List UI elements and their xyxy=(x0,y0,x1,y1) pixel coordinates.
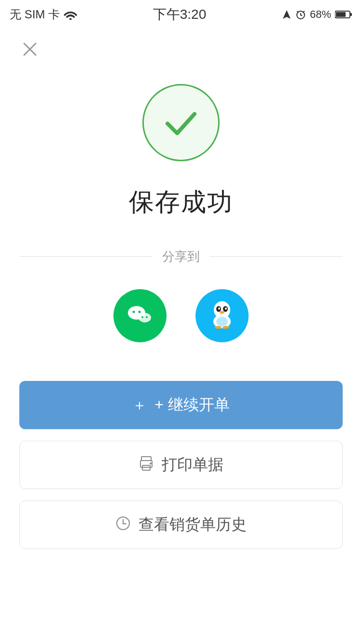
printer-icon xyxy=(139,456,154,475)
continue-button[interactable]: ＋ + 继续开单 xyxy=(19,381,343,429)
svg-point-30 xyxy=(150,462,152,464)
close-area xyxy=(0,29,362,70)
svg-point-0 xyxy=(70,18,72,20)
qq-share-button[interactable] xyxy=(195,289,249,342)
success-title: 保存成功 xyxy=(129,185,233,219)
status-bar: 无 SIM 卡 下午3:20 68% xyxy=(0,0,362,29)
svg-point-21 xyxy=(218,307,220,309)
svg-rect-27 xyxy=(141,457,151,461)
svg-point-14 xyxy=(139,311,141,313)
clock-svg xyxy=(115,516,131,531)
no-sim-text: 无 SIM 卡 xyxy=(10,7,60,22)
svg-point-26 xyxy=(216,317,228,326)
svg-point-25 xyxy=(223,326,229,329)
status-left: 无 SIM 卡 xyxy=(10,7,77,22)
close-button[interactable] xyxy=(19,39,41,60)
share-label: 分享到 xyxy=(162,248,200,265)
svg-point-16 xyxy=(146,316,148,318)
svg-point-22 xyxy=(225,307,227,309)
share-divider: 分享到 xyxy=(19,248,343,265)
share-icons xyxy=(19,289,343,342)
status-time: 下午3:20 xyxy=(153,5,207,24)
svg-point-23 xyxy=(220,311,224,314)
plus-icon: ＋ xyxy=(132,395,147,415)
clock-icon xyxy=(115,516,131,534)
svg-point-12 xyxy=(139,313,151,322)
wechat-share-button[interactable] xyxy=(113,289,167,342)
history-button[interactable]: 查看销货单历史 xyxy=(19,501,343,549)
checkmark-icon xyxy=(162,103,200,142)
success-section: 保存成功 xyxy=(0,70,362,248)
svg-point-15 xyxy=(141,316,143,318)
actions-section: ＋ + 继续开单 打印单据 查看销货单历史 xyxy=(0,362,362,549)
alarm-icon xyxy=(295,9,306,20)
svg-point-24 xyxy=(215,326,222,329)
status-right: 68% xyxy=(282,8,352,21)
svg-point-13 xyxy=(133,311,135,313)
success-circle xyxy=(142,84,220,161)
battery-icon xyxy=(335,10,352,19)
print-button[interactable]: 打印单据 xyxy=(19,441,343,489)
location-icon xyxy=(282,9,292,20)
svg-rect-8 xyxy=(336,12,346,17)
battery-text: 68% xyxy=(310,8,331,21)
continue-label: + 继续开单 xyxy=(154,394,230,416)
svg-rect-7 xyxy=(350,13,352,16)
printer-svg xyxy=(139,456,154,471)
share-section: 分享到 xyxy=(0,248,362,342)
print-label: 打印单据 xyxy=(162,454,223,476)
wifi-icon xyxy=(64,9,77,20)
close-icon xyxy=(22,42,38,57)
qq-icon xyxy=(208,300,237,332)
history-label: 查看销货单历史 xyxy=(139,514,247,535)
wechat-icon xyxy=(125,301,154,330)
